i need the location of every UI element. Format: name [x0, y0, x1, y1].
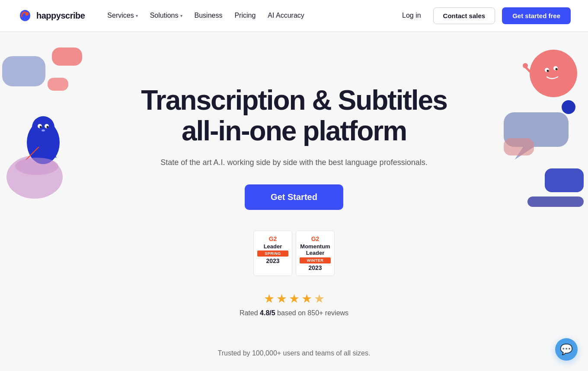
chevron-down-icon: ▾: [136, 13, 138, 18]
badge-1-title: Leader: [264, 243, 282, 250]
support-chat-button[interactable]: 💬: [555, 338, 578, 361]
navbar-nav: Services ▾ Solutions ▾ Business Pricing …: [102, 8, 397, 23]
logo-link[interactable]: happyscribe: [17, 8, 85, 23]
svg-point-16: [545, 68, 549, 72]
svg-rect-1: [52, 48, 82, 66]
hero-section: Transcription & Subtitles all-in-one pla…: [0, 0, 588, 371]
g2-icon-2: G2: [311, 235, 320, 242]
nav-item-solutions[interactable]: Solutions ▾: [145, 8, 188, 23]
left-decoration: [0, 43, 86, 207]
svg-point-10: [47, 126, 49, 128]
navbar: happyscribe Services ▾ Solutions ▾ Busin…: [0, 0, 588, 31]
svg-rect-26: [527, 197, 584, 207]
svg-point-8: [45, 124, 49, 128]
logo-text: happyscribe: [36, 11, 85, 21]
right-decoration: [502, 43, 588, 207]
chat-icon: 💬: [560, 343, 573, 355]
svg-point-15: [530, 50, 577, 97]
navbar-actions: Log in Contact sales Get started free: [397, 7, 571, 24]
stars-row: ★ ★ ★ ★ ★: [141, 292, 447, 306]
star-3: ★: [289, 292, 300, 306]
g2-momentum-badge: G2 Momentum Leader WINTER 2023: [296, 231, 335, 276]
g2-leader-badge: G2 Leader SPRING 2023: [253, 231, 292, 276]
svg-point-18: [547, 70, 549, 72]
login-button[interactable]: Log in: [397, 8, 426, 23]
chevron-down-icon: ▾: [180, 13, 182, 18]
nav-item-services[interactable]: Services ▾: [102, 8, 143, 23]
svg-point-0: [25, 12, 29, 16]
svg-point-19: [556, 68, 558, 70]
badge-2-year: 2023: [308, 264, 322, 271]
svg-point-17: [553, 66, 558, 70]
badge-1-year: 2023: [266, 257, 279, 264]
svg-line-12: [26, 147, 39, 160]
contact-sales-button[interactable]: Contact sales: [433, 7, 495, 24]
get-started-free-button[interactable]: Get started free: [502, 7, 571, 24]
star-4: ★: [301, 292, 312, 306]
trusted-text: Trusted by 100,000+ users and teams of a…: [218, 349, 371, 357]
svg-rect-24: [545, 168, 584, 192]
nav-item-pricing[interactable]: Pricing: [229, 8, 261, 23]
svg-point-9: [40, 126, 42, 128]
svg-line-13: [48, 147, 56, 158]
svg-rect-2: [2, 56, 45, 86]
logo-icon: [17, 8, 33, 23]
svg-rect-3: [48, 78, 68, 91]
badges-container: G2 Leader SPRING 2023 G2 Momentum Leader…: [141, 231, 447, 276]
badge-2-title: Momentum Leader: [300, 243, 331, 257]
svg-point-6: [32, 116, 54, 139]
svg-point-5: [27, 121, 60, 164]
svg-line-20: [525, 67, 536, 78]
badge-1-season: SPRING: [257, 251, 288, 257]
nav-item-business[interactable]: Business: [189, 8, 228, 23]
star-2: ★: [276, 292, 287, 306]
svg-marker-23: [514, 147, 534, 160]
g2-icon-1: G2: [269, 235, 277, 242]
star-1: ★: [264, 292, 275, 306]
rating-text: Rated 4.8/5 based on 850+ reviews: [141, 309, 447, 317]
rating-value: 4.8/5: [260, 309, 275, 317]
svg-point-27: [562, 100, 575, 114]
svg-point-11: [42, 130, 45, 132]
svg-rect-22: [504, 112, 569, 147]
svg-point-4: [6, 155, 63, 199]
star-5-half: ★: [314, 292, 325, 306]
hero-content: Transcription & Subtitles all-in-one pla…: [132, 85, 455, 317]
svg-point-7: [38, 124, 42, 128]
svg-point-21: [523, 63, 528, 68]
svg-point-14: [15, 158, 58, 175]
badge-2-season: WINTER: [300, 257, 331, 263]
svg-rect-25: [504, 138, 534, 155]
hero-subtitle: State of the art A.I. working side by si…: [141, 156, 447, 169]
hero-title: Transcription & Subtitles all-in-one pla…: [141, 85, 447, 146]
nav-item-ai-accuracy[interactable]: AI Accuracy: [262, 8, 309, 23]
hero-cta-button[interactable]: Get Started: [245, 184, 343, 210]
